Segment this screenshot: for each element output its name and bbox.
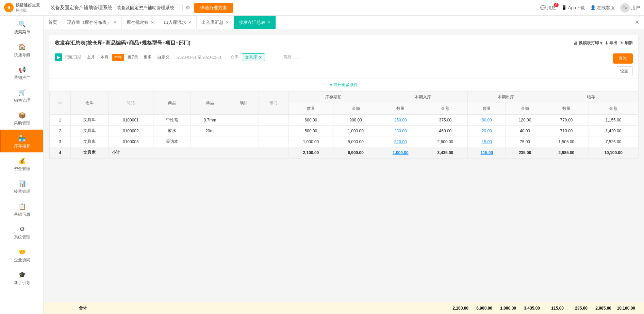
cell-in-qty[interactable]: 250.00: [378, 115, 423, 126]
warehouse-more-dots[interactable]: ...: [268, 55, 275, 60]
sidebar-item-newbie[interactable]: 🎓新手引导: [0, 266, 43, 289]
cell-bal-amt: 1,420.00: [589, 126, 638, 136]
th-out-amt: 金额: [506, 103, 544, 115]
total-in-qty: 1,000.00: [496, 306, 519, 311]
gear-icon[interactable]: ⚙: [185, 4, 190, 11]
cell-out-qty[interactable]: 20.00: [468, 126, 506, 136]
tab-inout-summary[interactable]: 出入库汇总 ✕: [197, 16, 234, 29]
sidebar-item-label: 企业协同: [14, 257, 30, 263]
print-button[interactable]: 🖨 换模板打印 ▾: [574, 40, 602, 46]
user-menu[interactable]: Ea 用户: [620, 3, 640, 13]
cell-warehouse: 文具库: [71, 126, 109, 136]
cell-bal-amt: 1,155.00: [589, 115, 638, 126]
th-bal-amt: 金额: [589, 103, 638, 115]
message-button[interactable]: 💬 消息 6: [540, 5, 556, 11]
cell-st-in-qty[interactable]: 1,000.00: [378, 147, 423, 158]
tab-inout-flow[interactable]: 出入库流水 ✕: [159, 16, 197, 29]
date-custom[interactable]: 自定义: [155, 54, 171, 61]
cell-out-qty[interactable]: 80.00: [468, 115, 506, 126]
warehouse-tag-name: 文具库: [245, 54, 257, 60]
print-icon: 🖨: [574, 41, 578, 46]
table-row: 1 文具库 0100001 中性笔 0.7mm 600.00 900.00 25…: [50, 115, 638, 126]
th-out-qty: 数量: [468, 103, 506, 115]
total-bal-qty: 2,985.00: [591, 306, 615, 311]
total-opening-amt: 6,900.00: [472, 306, 496, 311]
filter-row: ▶ 记账日期 上月 本月 本年 近7天 更多 自定义 2023-01-01 至: [49, 50, 638, 78]
search-icon: 🔍: [18, 20, 26, 28]
app-download-button[interactable]: 📱 App下载: [561, 5, 585, 11]
online-service-label: 在线客服: [597, 5, 615, 11]
sidebar-item-purchase[interactable]: 📦采购管理: [0, 107, 43, 130]
refresh-button[interactable]: ↻ 刷新: [620, 40, 633, 46]
sidebar-item-sales[interactable]: 🛒销售管理: [0, 84, 43, 107]
cell-st-out-amt: 235.00: [506, 147, 544, 158]
sidebar-item-search[interactable]: 🔍搜索菜单: [0, 16, 43, 38]
tab-inout-flow-label: 出入库流水: [164, 19, 186, 26]
cell-st-opening-qty: 2,100.00: [288, 147, 333, 158]
sidebar-item-operation[interactable]: 📊经营管理: [0, 175, 43, 198]
warehouse-filter-label: 仓库: [230, 54, 238, 60]
settings-button[interactable]: 设置: [616, 66, 633, 76]
sidebar-item-basic_info[interactable]: 📋基础信息: [0, 198, 43, 221]
experience-button[interactable]: 体验行业方案: [194, 3, 233, 13]
expand-row: ▾ 展开更多条件: [49, 78, 638, 91]
cell-out-qty[interactable]: 15.00: [468, 136, 506, 147]
date-last-month[interactable]: 上月: [85, 54, 97, 61]
sidebar-item-inventory[interactable]: 🏪库存核算: [0, 130, 43, 152]
tab-batch[interactable]: 库存批次账 ✕: [122, 16, 159, 29]
tab-inout-summary-label: 出入库汇总: [201, 19, 224, 26]
bottom-cells: 合计 2,100.00 6,900.00 1,000.00 3,435.00 1…: [49, 305, 639, 311]
th-settings[interactable]: ⚙: [50, 92, 71, 115]
goods-more-dots[interactable]: ...: [295, 55, 301, 60]
sidebar-item-enterprise[interactable]: 🤝企业协同: [0, 244, 43, 266]
tab-recv-send-close[interactable]: ✕: [267, 20, 271, 25]
cell-st-warehouse: 文具库: [71, 147, 109, 158]
warehouse-tag-remove[interactable]: ✕: [259, 55, 262, 60]
tab-stock-dist[interactable]: 现存量（库存分布表） ✕: [62, 16, 122, 29]
sidebar-item-marketing[interactable]: 📢营销推广: [0, 61, 43, 84]
user-label: 用户: [631, 5, 640, 11]
sidebar-item-label: 采购管理: [14, 120, 30, 126]
sidebar-item-label: 快捷导航: [14, 52, 30, 58]
cell-st-out-qty[interactable]: 115.00: [468, 147, 506, 158]
sidebar-item-system[interactable]: ⚙系统管理: [0, 221, 43, 244]
tab-stock-dist-close[interactable]: ✕: [113, 20, 117, 25]
cell-in-qty[interactable]: 520.00: [378, 136, 423, 147]
online-service-button[interactable]: 👤 在线客服: [590, 5, 615, 11]
th-dept: 部门: [259, 92, 288, 115]
cell-warehouse: 文具库: [71, 136, 109, 147]
system-select[interactable]: 装备及固定资产辅助管理系统: [114, 4, 183, 11]
date-7-days[interactable]: 近7天: [126, 54, 140, 61]
cell-dept: [259, 126, 288, 136]
cell-in-qty[interactable]: 230.00: [378, 126, 423, 136]
filter-toggle-button[interactable]: ▶: [55, 53, 62, 61]
tab-inout-flow-close[interactable]: ✕: [188, 20, 192, 25]
data-table: ⚙ 仓库 商品 商品 商品 项目 部门 库存期初 本期入库 本期出库 结存: [49, 91, 638, 158]
cell-goods-code: 0100003: [109, 136, 153, 147]
date-this-year[interactable]: 本年: [112, 54, 124, 61]
tab-inout-summary-close[interactable]: ✕: [226, 20, 229, 25]
sidebar-item-finance[interactable]: 💰资金管理: [0, 152, 43, 175]
date-more[interactable]: 更多: [142, 54, 154, 61]
cell-bal-qty: 770.00: [544, 115, 589, 126]
cell-opening-amt: 900.00: [333, 115, 378, 126]
tab-batch-close[interactable]: ✕: [151, 20, 154, 25]
tabs-close-all[interactable]: ✕: [630, 19, 644, 26]
cell-opening-amt: 1,000.00: [333, 126, 378, 136]
query-button[interactable]: 查询: [613, 53, 633, 64]
cell-project: [229, 136, 259, 147]
date-range-display: 2023-01-01 至 2023-12-31: [178, 55, 222, 60]
newbie-icon: 🎓: [18, 271, 26, 279]
export-button[interactable]: ⬇ 导出: [605, 40, 617, 46]
th-opening-amt: 金额: [333, 103, 378, 115]
th-bal-qty: 数量: [544, 103, 589, 115]
date-this-month[interactable]: 本月: [98, 54, 111, 61]
sidebar-item-quick_nav[interactable]: 🏠快捷导航: [0, 38, 43, 61]
export-icon: ⬇: [605, 41, 608, 46]
cell-bal-amt: 7,525.00: [589, 136, 638, 147]
cell-no: 2: [50, 126, 71, 136]
expand-conditions-button[interactable]: ▾ 展开更多条件: [330, 82, 358, 88]
tab-home[interactable]: 首页: [44, 16, 62, 29]
tab-recv-send[interactable]: 收发存汇总表 ✕: [234, 16, 276, 29]
logo-icon: 6: [4, 3, 14, 12]
